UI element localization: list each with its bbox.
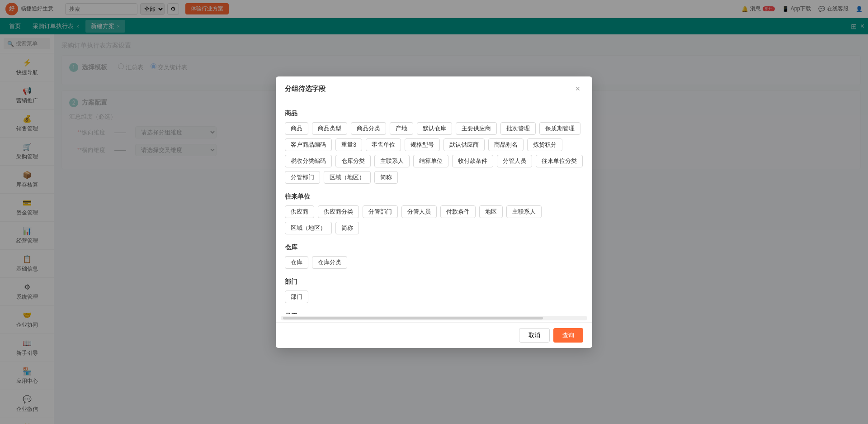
modal-title: 分组待选字段 — [285, 85, 326, 93]
section-warehouse: 仓库 仓库仓库分类 — [285, 243, 583, 269]
field-tag[interactable]: 部门 — [285, 291, 308, 303]
modal-overlay: 分组待选字段 × 商品 商品商品类型商品分类产地默认仓库主要供应商批次管理保质期… — [0, 0, 868, 424]
modal-footer: 取消 查询 — [276, 322, 592, 348]
section-goods-title: 商品 — [285, 110, 583, 118]
modal-close-button[interactable]: × — [572, 84, 583, 95]
modal-header: 分组待选字段 × — [276, 76, 592, 102]
field-tag[interactable]: 供应商 — [285, 205, 314, 218]
horizontal-scrollbar[interactable] — [281, 316, 587, 320]
modal-hscroll-container — [276, 314, 592, 322]
modal-body: 商品 商品商品类型商品分类产地默认仓库主要供应商批次管理保质期管理客户商品编码重… — [276, 102, 592, 314]
field-tag[interactable]: 产地 — [390, 122, 413, 135]
field-tag[interactable]: 批次管理 — [500, 122, 536, 135]
field-tag[interactable]: 仓库分类 — [335, 155, 371, 167]
field-tag[interactable]: 区域（地区） — [324, 171, 371, 184]
field-tag[interactable]: 分管人员 — [497, 155, 532, 167]
field-tag[interactable]: 默认供应商 — [443, 138, 485, 151]
field-tag[interactable]: 简称 — [335, 222, 359, 234]
field-tag[interactable]: 商品类型 — [312, 122, 347, 135]
field-tag[interactable]: 付款条件 — [440, 205, 476, 218]
confirm-button[interactable]: 查询 — [553, 328, 583, 343]
field-tag[interactable]: 仓库分类 — [312, 256, 347, 269]
field-tag[interactable]: 规格型号 — [405, 138, 440, 151]
section-partner: 往来单位 供应商供应商分类分管部门分管人员付款条件地区主联系人区域（地区）简称 — [285, 193, 583, 234]
field-tag[interactable]: 拣货积分 — [527, 138, 562, 151]
field-tag[interactable]: 区域（地区） — [285, 222, 332, 234]
field-tag[interactable]: 商品 — [285, 122, 308, 135]
field-tag[interactable]: 商品别名 — [488, 138, 524, 151]
field-tag[interactable]: 主联系人 — [374, 155, 410, 167]
section-partner-tags: 供应商供应商分类分管部门分管人员付款条件地区主联系人区域（地区）简称 — [285, 205, 583, 234]
section-goods-tags: 商品商品类型商品分类产地默认仓库主要供应商批次管理保质期管理客户商品编码重量3零… — [285, 122, 583, 184]
field-tag[interactable]: 分管部门 — [363, 205, 398, 218]
field-tag[interactable]: 默认仓库 — [417, 122, 452, 135]
field-tag[interactable]: 地区 — [479, 205, 503, 218]
section-warehouse-tags: 仓库仓库分类 — [285, 256, 583, 269]
field-tag[interactable]: 收付款条件 — [452, 155, 493, 167]
field-select-modal: 分组待选字段 × 商品 商品商品类型商品分类产地默认仓库主要供应商批次管理保质期… — [276, 76, 592, 348]
section-dept: 部门 部门 — [285, 278, 583, 303]
field-tag[interactable]: 分管部门 — [285, 171, 320, 184]
field-tag[interactable]: 客户商品编码 — [285, 138, 332, 151]
section-dept-title: 部门 — [285, 278, 583, 286]
field-tag[interactable]: 结算单位 — [413, 155, 448, 167]
field-tag[interactable]: 简称 — [374, 171, 398, 184]
field-tag[interactable]: 商品分类 — [351, 122, 386, 135]
field-tag[interactable]: 供应商分类 — [318, 205, 359, 218]
section-warehouse-title: 仓库 — [285, 243, 583, 252]
hscroll-thumb — [283, 317, 543, 319]
field-tag[interactable]: 重量3 — [335, 138, 362, 151]
field-tag[interactable]: 仓库 — [285, 256, 308, 269]
field-tag[interactable]: 主要供应商 — [456, 122, 497, 135]
section-goods: 商品 商品商品类型商品分类产地默认仓库主要供应商批次管理保质期管理客户商品编码重… — [285, 110, 583, 184]
cancel-button[interactable]: 取消 — [519, 328, 550, 343]
field-tag[interactable]: 保质期管理 — [539, 122, 580, 135]
field-tag[interactable]: 往来单位分类 — [536, 155, 583, 167]
field-tag[interactable]: 主联系人 — [506, 205, 542, 218]
field-tag[interactable]: 税收分类编码 — [285, 155, 332, 167]
section-partner-title: 往来单位 — [285, 193, 583, 201]
field-tag[interactable]: 零售单位 — [366, 138, 401, 151]
field-tag[interactable]: 分管人员 — [401, 205, 437, 218]
section-dept-tags: 部门 — [285, 291, 583, 303]
